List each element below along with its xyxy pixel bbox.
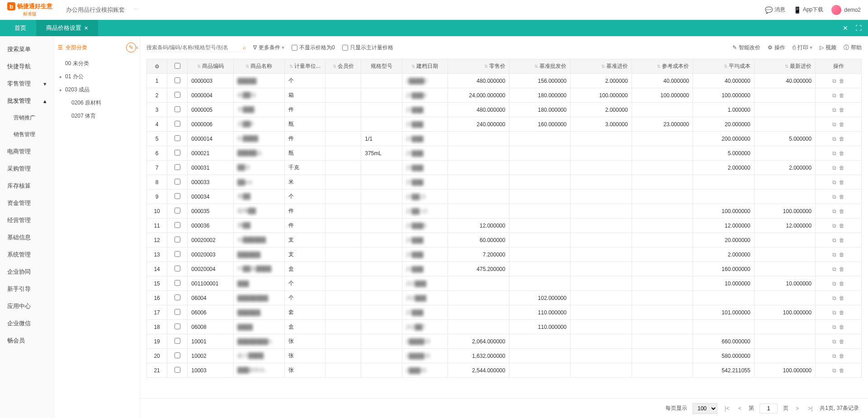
col-settings[interactable]: ⚙ [147,59,167,74]
delete-icon[interactable]: 🗑 [839,136,844,142]
row-ac[interactable]: 101.000000 [693,305,755,320]
copy-icon[interactable]: ⧉ [832,78,836,84]
table-row[interactable]: 1606004████████.个202███102.000000⧉🗑 [147,291,862,305]
copy-icon[interactable]: ⧉ [832,309,836,316]
table-row[interactable]: 10000035玻璃██件20██-13100.000000100.000000… [147,204,862,218]
delete-icon[interactable]: 🗑 [839,324,844,330]
nav-wholesale[interactable]: 批发管理▴ [0,92,54,109]
row-ac[interactable]: 20.000000 [693,233,755,247]
row-ac[interactable] [693,320,755,334]
col-base-purchase[interactable]: ⇅基准进价 [571,59,632,74]
row-ac[interactable] [693,175,755,190]
row-retail[interactable] [448,276,509,291]
nav-search[interactable]: 搜索菜单 [0,41,54,58]
delete-icon[interactable]: 🗑 [839,266,844,272]
delete-icon[interactable]: 🗑 [839,367,844,374]
table-row[interactable]: 40000006洗██K瓶20███240.000000160.0000003.… [147,117,862,132]
tree-node-0207[interactable]: 0207 体育 [58,109,136,123]
row-bw[interactable]: 110.000000 [509,305,571,320]
row-lp[interactable] [754,247,816,262]
row-ac[interactable]: 40.000000 [693,74,755,88]
row-bp[interactable] [571,175,632,190]
last-page-button[interactable]: >| [806,405,814,412]
row-ac[interactable]: 100.000000 [693,204,755,218]
more-filters-button[interactable]: ∇更多条件▾ [253,44,284,52]
row-bw[interactable] [509,175,571,190]
table-row[interactable]: 1910001████████A.张2████052,064.000000660… [147,334,862,349]
table-row[interactable]: 2010002扬力████.张2████051,632.000000580.00… [147,349,862,363]
nav-inventory[interactable]: 库存核算 [0,177,54,195]
row-bw[interactable]: 156.000000 [509,74,571,88]
delete-icon[interactable]: 🗑 [839,208,844,214]
row-rc[interactable] [632,262,693,276]
table-row[interactable]: 20000004收██纸箱20███824,000.000000180.0000… [147,88,862,103]
copy-icon[interactable]: ⧉ [832,324,836,330]
row-rc[interactable] [632,305,693,320]
col-name[interactable]: ⇅商品名称 [233,59,284,74]
nav-ecommerce[interactable]: 电商管理 [0,143,54,160]
nav-guide[interactable]: 新手引导 [0,280,54,298]
collapse-tree-button[interactable]: « [134,43,140,52]
table-row[interactable]: 7000031██茶千克20███2.0000002.000000⧉🗑 [147,161,862,175]
table-row[interactable]: 1400020004中██装████.盒20███475.200000160.0… [147,262,862,276]
table-row[interactable]: 15001100001███个202███10.00000010.000000⧉… [147,276,862,291]
messages-button[interactable]: 💬消息 [765,6,785,14]
col-ref-cost[interactable]: ⇅参考成本价 [632,59,693,74]
copy-icon[interactable]: ⧉ [832,295,836,301]
row-ac[interactable]: 5.000000 [693,146,755,161]
table-row[interactable]: 9000034奥██个20██23⧉🗑 [147,190,862,204]
row-lp[interactable]: 100.000000 [754,305,816,320]
col-member[interactable]: ⇅会员价 [326,59,361,74]
nav-basic[interactable]: 基础信息 [0,229,54,246]
row-checkbox[interactable] [167,363,188,378]
row-retail[interactable]: 2,064.000000 [448,334,509,349]
row-lp[interactable]: 5.000000 [754,132,816,146]
row-rc[interactable] [632,175,693,190]
row-rc[interactable] [632,349,693,363]
tabs-close-button[interactable]: ✕ [839,23,852,33]
delete-icon[interactable]: 🗑 [839,150,844,157]
nav-quicknav[interactable]: 快捷导航 [0,58,54,75]
copy-icon[interactable]: ⧉ [832,237,836,243]
row-ac[interactable]: 580.000000 [693,349,755,363]
row-bw[interactable] [509,146,571,161]
row-checkbox[interactable] [167,146,188,161]
row-retail[interactable]: 12.000000 [448,218,509,233]
row-checkbox[interactable] [167,334,188,349]
row-ac[interactable]: 100.000000 [693,88,755,103]
row-retail[interactable] [448,305,509,320]
row-checkbox[interactable] [167,88,188,103]
tree-node-00[interactable]: 00 未分类 [58,57,136,70]
row-checkbox[interactable] [167,117,188,132]
row-lp[interactable] [754,320,816,334]
smart-edit-button[interactable]: ✎智能改价 [732,44,760,52]
col-base-wholesale[interactable]: ⇅基准批发价 [509,59,571,74]
row-rc[interactable]: 100.000000 [632,88,693,103]
row-rc[interactable] [632,132,693,146]
table-row[interactable]: 2110003███新特办.张2███052,544.000000542.211… [147,363,862,378]
col-select-all[interactable] [167,59,188,74]
copy-icon[interactable]: ⧉ [832,107,836,113]
row-bw[interactable]: 102.000000 [509,291,571,305]
delete-icon[interactable]: 🗑 [839,107,844,113]
caret-right-icon[interactable]: ▸ [60,74,65,79]
row-lp[interactable]: 12.000000 [754,218,816,233]
row-bw[interactable] [509,276,571,291]
col-unit[interactable]: ⇅计量单位... [284,59,325,74]
row-rc[interactable] [632,276,693,291]
table-row[interactable]: 6000021█████品瓶375mL20███5.000000⧉🗑 [147,146,862,161]
nav-enterprise[interactable]: 企业协同 [0,263,54,280]
caret-right-icon[interactable]: ▸ [60,87,65,92]
row-bw[interactable] [509,218,571,233]
row-ac[interactable]: 160.000000 [693,262,755,276]
close-icon[interactable]: ✕ [84,25,88,31]
copy-icon[interactable]: ⧉ [832,252,836,258]
copy-icon[interactable]: ⧉ [832,194,836,200]
row-checkbox[interactable] [167,291,188,305]
row-ac[interactable] [693,291,755,305]
row-bp[interactable] [571,146,632,161]
row-checkbox[interactable] [167,103,188,117]
tree-node-0206[interactable]: 0206 原材料 [58,96,136,109]
search-icon[interactable]: ⌕ [243,44,246,51]
main-unit-checkbox[interactable]: 只显示主计量价格 [342,44,393,52]
